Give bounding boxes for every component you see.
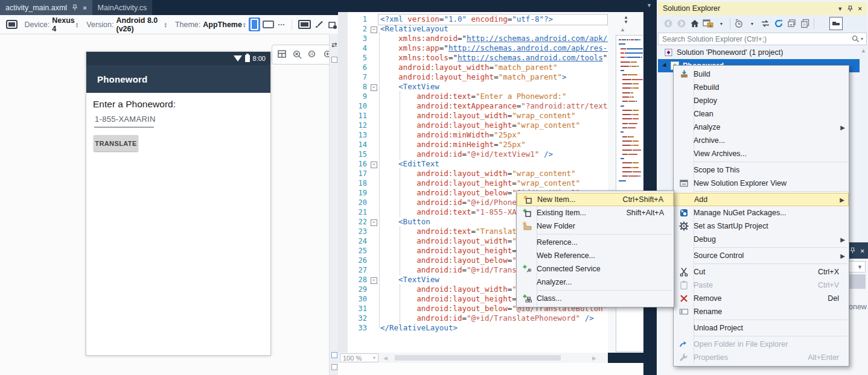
copy-docs-icon[interactable]: [799, 17, 812, 30]
fold-collapse-icon[interactable]: −: [371, 84, 377, 91]
editor-zoom-combo[interactable]: 100 %▾: [340, 353, 378, 362]
menu-item-set-as-startup-project[interactable]: Set as StartUp Project: [674, 219, 849, 233]
spinner-icon[interactable]: ▴▾: [243, 22, 246, 28]
fold-margin[interactable]: −: [369, 24, 380, 34]
forward-icon[interactable]: [675, 17, 688, 30]
solution-explorer-titlebar[interactable]: Solution Explorer ▾ ×: [658, 2, 867, 15]
split-handle-icon[interactable]: ▴▾: [615, 14, 637, 24]
menu-item-unload-project[interactable]: Unload Project: [674, 321, 849, 335]
menu-item-debug[interactable]: Debug▶: [674, 233, 849, 246]
menu-item-new-solution-explorer-view[interactable]: New Solution Explorer View: [674, 177, 849, 190]
switch-views-icon[interactable]: [701, 17, 715, 30]
preview-pressed-icon[interactable]: [829, 17, 843, 30]
sync-active-icon[interactable]: [759, 17, 772, 30]
spinner-icon[interactable]: ▴▾: [164, 22, 167, 28]
fold-margin[interactable]: −: [369, 275, 380, 285]
zoom-out-icon[interactable]: [293, 50, 302, 60]
close-icon[interactable]: ×: [861, 247, 864, 254]
submenu-item-existing-item[interactable]: Existing Item...Shift+Alt+A: [517, 206, 674, 219]
pin-icon[interactable]: [850, 247, 855, 254]
menu-item-open-folder-in-file-explorer[interactable]: Open Folder in File Explorer: [674, 338, 849, 351]
menu-item-build[interactable]: Build: [674, 68, 849, 81]
pin-icon[interactable]: [847, 5, 853, 12]
pending-filter-icon[interactable]: [732, 17, 745, 30]
menu-item-rename[interactable]: Rename: [674, 305, 849, 318]
menu-item-scope-to-this[interactable]: Scope to This: [674, 163, 849, 177]
scroll-right-icon[interactable]: ▶: [592, 355, 596, 361]
phone-preview[interactable]: 8:00 Phoneword Enter a Phoneword: 1-855-…: [86, 51, 271, 356]
menu-item-archive[interactable]: Archive...: [674, 134, 849, 147]
scroll-up-icon[interactable]: ▲: [620, 27, 625, 33]
submenu-item-connected-service[interactable]: Connected Service: [517, 262, 674, 276]
menu-item-manage-nuget-packages[interactable]: Manage NuGet Packages...: [674, 206, 849, 219]
scrollbar-thumb[interactable]: [395, 355, 561, 361]
swap-panes-icon[interactable]: ⇄: [330, 41, 338, 49]
submenu-item-web-reference[interactable]: Web Reference...: [517, 249, 674, 262]
device-select[interactable]: Nexus 4: [52, 16, 75, 33]
menu-item-source-control[interactable]: Source Control▶: [674, 249, 849, 262]
phoneword-edittext[interactable]: 1-855-XAMARIN: [95, 115, 156, 124]
tab-activity-main-axml[interactable]: activity_main.axml ×: [0, 0, 92, 15]
window-position-icon[interactable]: ▾: [838, 5, 842, 13]
dropdown-icon[interactable]: ▾: [745, 17, 759, 30]
back-icon[interactable]: [662, 17, 675, 30]
submenu-item-analyzer[interactable]: Analyzer...: [517, 276, 674, 289]
hidden-tabs-dropdown-icon[interactable]: ▼: [646, 2, 652, 8]
designer-editor-splitter[interactable]: ⇄: [329, 34, 338, 375]
theme-editor-button[interactable]: [313, 17, 324, 31]
zoom-fit-icon[interactable]: [308, 50, 318, 60]
close-icon[interactable]: ×: [83, 4, 86, 11]
fold-margin[interactable]: −: [369, 82, 380, 92]
tree-scrollbar[interactable]: ▲: [860, 46, 867, 242]
menu-item-remove[interactable]: RemoveDel: [674, 292, 849, 305]
popout-button[interactable]: [327, 17, 338, 31]
fold-collapse-icon[interactable]: −: [371, 219, 377, 226]
more-views-button[interactable]: …: [278, 19, 286, 27]
translate-button[interactable]: TRANSLATE: [94, 135, 138, 151]
menu-item-analyze[interactable]: Analyze▶: [674, 121, 849, 134]
tab-mainactivity-cs[interactable]: MainActivity.cs: [92, 0, 153, 15]
screen-button[interactable]: [298, 17, 311, 31]
close-icon[interactable]: ×: [858, 5, 862, 12]
menu-item-cut[interactable]: CutCtrl+X: [674, 265, 849, 279]
spinner-icon[interactable]: ▴▾: [76, 22, 78, 28]
submenu-item-new-folder[interactable]: New Folder: [517, 219, 674, 233]
pin-icon[interactable]: [72, 4, 78, 11]
dropdown-icon[interactable]: ▾: [715, 17, 728, 30]
collapse-all-icon[interactable]: [785, 17, 799, 30]
design-view-toggle-icon[interactable]: [331, 364, 337, 370]
fold-collapse-icon[interactable]: −: [371, 162, 377, 168]
editor-horizontal-scrollbar[interactable]: 100 %▾ ◀ ▶: [338, 353, 608, 363]
version-select[interactable]: Android 8.0 (v26): [116, 16, 164, 33]
tree-item-solution[interactable]: Solution 'Phoneword' (1 project): [658, 46, 860, 59]
zoom-in-icon[interactable]: [324, 50, 329, 60]
menu-item-paste[interactable]: PasteCtrl+V: [674, 279, 849, 292]
home-icon[interactable]: [688, 17, 701, 30]
prompt-textview[interactable]: Enter a Phoneword:: [93, 99, 176, 110]
submenu-item-reference[interactable]: Reference...: [517, 236, 674, 249]
editor-breakpoint-margin[interactable]: [338, 12, 348, 353]
scroll-up-icon[interactable]: ▲: [861, 48, 866, 54]
menu-item-deploy[interactable]: Deploy: [674, 94, 849, 107]
portrait-view-button[interactable]: [249, 17, 260, 31]
search-icon[interactable]: [852, 35, 860, 43]
menu-item-rebuild[interactable]: Rebuild: [674, 81, 849, 94]
fold-margin[interactable]: −: [369, 217, 380, 227]
menu-item-view-archives[interactable]: View Archives...: [674, 147, 849, 160]
fold-collapse-icon[interactable]: −: [371, 27, 377, 33]
search-options-icon[interactable]: ▾: [861, 36, 863, 42]
submenu-item-class[interactable]: Class...: [517, 292, 674, 305]
scroll-left-icon[interactable]: ◀: [383, 355, 388, 361]
menu-item-add[interactable]: Add▶: [674, 193, 849, 206]
solution-search-box[interactable]: Search Solution Explorer (Ctrl+;) ▾: [658, 33, 867, 45]
properties-wrench-icon[interactable]: [816, 17, 829, 30]
landscape-view-button[interactable]: [263, 17, 274, 31]
grid-icon[interactable]: [278, 50, 287, 59]
split-view-icon[interactable]: [331, 57, 337, 63]
expander-icon[interactable]: [662, 63, 668, 69]
menu-item-clean[interactable]: Clean: [674, 107, 849, 121]
menu-item-properties[interactable]: PropertiesAlt+Enter: [674, 351, 849, 364]
refresh-icon[interactable]: [772, 17, 785, 30]
fold-margin[interactable]: −: [369, 159, 380, 169]
submenu-item-new-item[interactable]: New Item...Ctrl+Shift+A: [517, 193, 674, 206]
